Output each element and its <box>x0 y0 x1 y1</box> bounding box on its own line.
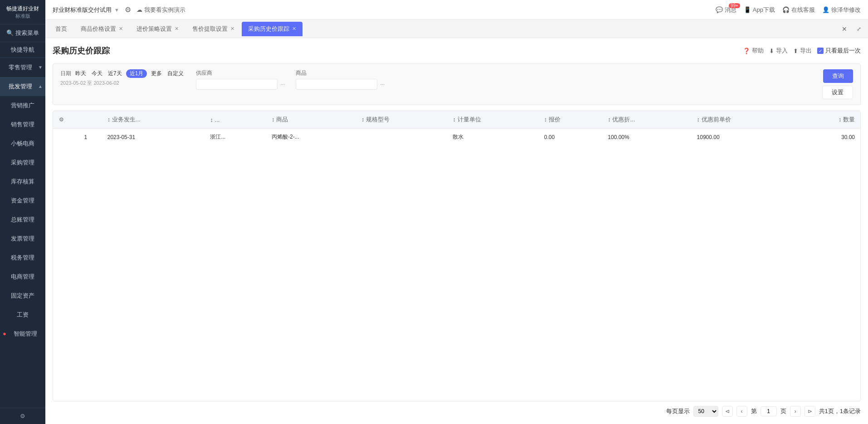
app-download-label: App下载 <box>753 6 775 14</box>
dot-indicator: ● <box>3 330 6 337</box>
sidebar-item-retail[interactable]: 零售管理 ▼ <box>0 58 45 77</box>
next-page-button[interactable]: › <box>790 406 801 417</box>
sidebar-item-purchase[interactable]: 采购管理 <box>0 153 45 172</box>
sidebar-item-marketing[interactable]: 营销推广 <box>0 96 45 115</box>
help-icon: ❓ <box>743 48 750 54</box>
td-unit: 散水 <box>447 129 538 146</box>
close-icon[interactable]: ✕ <box>119 26 123 32</box>
close-icon[interactable]: ✕ <box>175 26 179 32</box>
date-option-custom[interactable]: 自定义 <box>166 69 185 78</box>
sidebar-item-ecommerce-small[interactable]: 小畅电商 <box>0 134 45 153</box>
import-button[interactable]: ⬇ 导入 <box>769 47 788 55</box>
goods-filter-label: 商品 <box>296 69 385 77</box>
tabbar-expand-button[interactable]: ⤢ <box>853 24 864 34</box>
date-option-1month[interactable]: 近1月 <box>126 69 147 78</box>
topbar-settings-icon[interactable]: ⚙ <box>125 5 131 14</box>
sidebar-item-finance[interactable]: 资金管理 <box>0 191 45 210</box>
user-profile[interactable]: 👤 徐泽华修改 <box>822 6 861 14</box>
demo-label: 我要看实例演示 <box>144 6 185 14</box>
close-icon[interactable]: ✕ <box>230 26 234 32</box>
th-quote[interactable]: ↕ 报价 <box>539 111 603 129</box>
only-latest-toggle[interactable]: ✓ 只看最后一次 <box>817 47 861 55</box>
app-download-button[interactable]: 📱 App下载 <box>744 6 775 14</box>
td-goods: 丙烯酸-2-... <box>266 129 356 146</box>
td-spec <box>356 129 447 146</box>
export-button[interactable]: ⬆ 导出 <box>793 47 812 55</box>
demo-icon: ☁ <box>137 6 142 13</box>
tab-purchase-history[interactable]: 采购历史价跟踪 ✕ <box>242 22 302 36</box>
th-unit[interactable]: ↕ 计量单位 <box>447 111 538 129</box>
per-page-select[interactable]: 50 10 20 100 <box>693 406 718 417</box>
sidebar-settings[interactable]: ⚙ <box>0 408 45 424</box>
import-icon: ⬇ <box>769 48 774 54</box>
supplier-more-icon[interactable]: ··· <box>280 81 285 87</box>
th-spec[interactable]: ↕ 规格型号 <box>356 111 447 129</box>
sidebar-item-sales[interactable]: 销售管理 <box>0 115 45 134</box>
phone-icon: 📱 <box>744 6 751 13</box>
tab-purchase-price-label: 进价策略设置 <box>137 25 172 33</box>
query-button[interactable]: 查询 <box>823 69 853 83</box>
demo-link[interactable]: ☁ 我要看实例演示 <box>137 6 185 14</box>
version-selector[interactable]: 好业财标准版交付试用 ▼ <box>53 6 119 14</box>
filter-actions: 查询 设置 <box>822 69 853 99</box>
goods-more-icon[interactable]: ··· <box>380 81 385 87</box>
th-pre-discount-price[interactable]: ↕ 优惠前单价 <box>692 111 797 129</box>
th-goods[interactable]: ↕ 商品 <box>266 111 356 129</box>
message-button[interactable]: 💬 消息 99+ <box>716 6 736 14</box>
date-option-7days[interactable]: 近7天 <box>107 69 123 78</box>
only-latest-checkbox[interactable]: ✓ <box>817 48 824 54</box>
tab-home-label: 首页 <box>55 25 67 33</box>
sidebar-item-fixed-assets[interactable]: 固定资产 <box>0 286 45 305</box>
supplier-input[interactable] <box>196 79 278 90</box>
goods-input-group: ··· <box>296 79 385 90</box>
current-page-input[interactable] <box>761 406 777 416</box>
first-page-button[interactable]: ⊲ <box>722 406 733 417</box>
sidebar-item-tax[interactable]: 税务管理 <box>0 248 45 267</box>
main-area: 好业财标准版交付试用 ▼ ⚙ ☁ 我要看实例演示 💬 消息 99+ 📱 App下… <box>45 0 868 424</box>
tab-goods-price[interactable]: 商品价格设置 ✕ <box>74 22 129 36</box>
sidebar-item-invoice[interactable]: 发票管理 <box>0 229 45 248</box>
topbar: 好业财标准版交付试用 ▼ ⚙ ☁ 我要看实例演示 💬 消息 99+ 📱 App下… <box>45 0 868 20</box>
date-option-more[interactable]: 更多 <box>150 69 163 78</box>
tabbar-close-button[interactable]: ✕ <box>839 24 850 34</box>
date-filter-group: 日期 昨天 今天 近7天 近1月 更多 自定义 2023-05-02 至 202… <box>60 69 185 87</box>
import-label: 导入 <box>776 47 788 55</box>
page-label-prefix: 第 <box>751 407 757 415</box>
page-label-suffix: 页 <box>780 407 786 415</box>
filter-settings-button[interactable]: 设置 <box>822 86 853 99</box>
sidebar-item-ledger[interactable]: 总账管理 <box>0 210 45 229</box>
tabbar-right: ✕ ⤢ <box>839 24 864 34</box>
th-discount[interactable]: ↕ 优惠折... <box>602 111 691 129</box>
close-icon[interactable]: ✕ <box>292 26 296 32</box>
last-page-button[interactable]: ⊳ <box>805 406 815 417</box>
sidebar-item-search[interactable]: 🔍 搜索菜单 <box>0 24 45 42</box>
th-quantity[interactable]: ↕ 数量 <box>796 111 860 129</box>
th-gear[interactable]: ⚙ <box>53 111 69 129</box>
topbar-right: 💬 消息 99+ 📱 App下载 🎧 在线客服 👤 徐泽华修改 <box>716 6 861 14</box>
sidebar-item-inventory[interactable]: 库存核算 <box>0 172 45 191</box>
date-filter-label: 日期 <box>60 70 71 77</box>
help-button[interactable]: ❓ 帮助 <box>743 47 764 55</box>
goods-filter-group: 商品 ··· <box>296 69 385 90</box>
th-more[interactable]: ↕ ... <box>205 111 266 129</box>
tab-home[interactable]: 首页 <box>49 22 73 36</box>
prev-page-button[interactable]: ‹ <box>736 406 747 417</box>
sidebar-item-ecommerce[interactable]: 电商管理 <box>0 267 45 286</box>
sidebar-item-quicknav[interactable]: 快捷导航 <box>0 42 45 58</box>
tab-sale-price[interactable]: 售价提取设置 ✕ <box>186 22 241 36</box>
date-option-today[interactable]: 今天 <box>90 69 104 78</box>
data-table: ⚙ ↕ 业务发生... ↕ ... ↕ 商品 ↕ 规格型号 <box>53 111 861 401</box>
tabbar: 首页 商品价格设置 ✕ 进价策略设置 ✕ 售价提取设置 ✕ 采购历史价跟踪 ✕ … <box>45 20 868 38</box>
page-content: 采购历史价跟踪 ❓ 帮助 ⬇ 导入 ⬆ 导出 ✓ 只看最后一次 <box>45 38 868 424</box>
tab-purchase-price[interactable]: 进价策略设置 ✕ <box>130 22 185 36</box>
online-service-button[interactable]: 🎧 在线客服 <box>782 6 815 14</box>
sidebar-item-payroll[interactable]: 工资 <box>0 305 45 324</box>
date-option-yesterday[interactable]: 昨天 <box>74 69 88 78</box>
sidebar-item-smart[interactable]: ● 智能管理 <box>0 324 45 343</box>
th-index <box>69 111 102 129</box>
app-logo: 畅捷通好业财 标准版 <box>0 0 45 24</box>
pagination: 每页显示 50 10 20 100 ⊲ ‹ 第 页 › ⊳ 共1页，1条记录 <box>53 401 861 417</box>
sidebar-item-wholesale[interactable]: 批发管理 ▲ <box>0 77 45 96</box>
goods-input[interactable] <box>296 79 377 90</box>
th-business-date[interactable]: ↕ 业务发生... <box>102 111 205 129</box>
